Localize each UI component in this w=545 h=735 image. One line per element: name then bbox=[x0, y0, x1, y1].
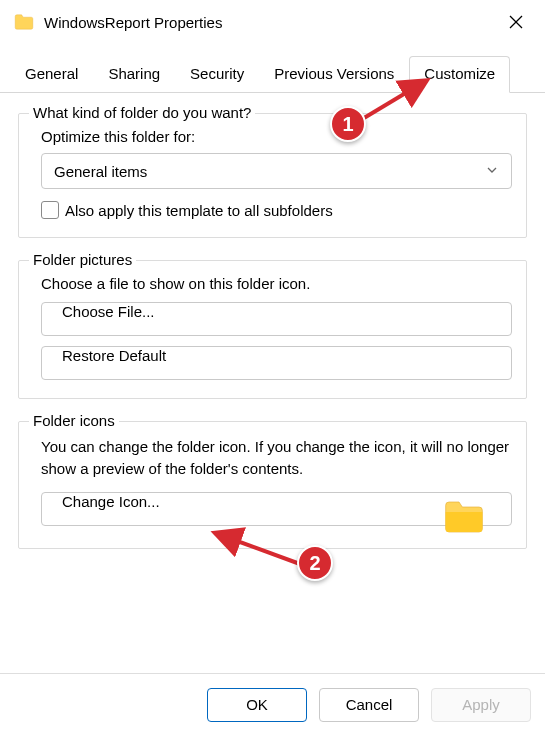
optimize-select-value: General items bbox=[54, 163, 147, 180]
cancel-button[interactable]: Cancel bbox=[319, 688, 419, 722]
group-folder-icons: Folder icons You can change the folder i… bbox=[18, 421, 527, 549]
tab-security[interactable]: Security bbox=[175, 56, 259, 92]
tab-strip: General Sharing Security Previous Versio… bbox=[0, 56, 545, 93]
apply-button: Apply bbox=[431, 688, 531, 722]
chevron-down-icon bbox=[485, 163, 499, 180]
apply-subfolders-checkbox[interactable] bbox=[41, 201, 59, 219]
folder-pictures-help: Choose a file to show on this folder ico… bbox=[33, 271, 512, 302]
window-title: WindowsReport Properties bbox=[44, 14, 222, 31]
optimize-select[interactable]: General items bbox=[41, 153, 512, 189]
group-folder-pictures: Folder pictures Choose a file to show on… bbox=[18, 260, 527, 399]
annotation-badge-1: 1 bbox=[330, 106, 366, 142]
close-button[interactable] bbox=[501, 7, 531, 37]
apply-subfolders-label: Also apply this template to all subfolde… bbox=[65, 202, 333, 219]
dialog-footer: OK Cancel Apply bbox=[0, 673, 545, 735]
group-folder-kind: What kind of folder do you want? Optimiz… bbox=[18, 113, 527, 238]
apply-subfolders-row[interactable]: Also apply this template to all subfolde… bbox=[33, 189, 512, 219]
optimize-label: Optimize this folder for: bbox=[33, 124, 512, 153]
group-folder-pictures-legend: Folder pictures bbox=[29, 251, 136, 268]
tab-sharing[interactable]: Sharing bbox=[93, 56, 175, 92]
group-folder-icons-legend: Folder icons bbox=[29, 412, 119, 429]
annotation-badge-2: 2 bbox=[297, 545, 333, 581]
group-folder-kind-legend: What kind of folder do you want? bbox=[29, 104, 255, 121]
folder-icon-preview bbox=[444, 500, 484, 534]
folder-icons-help: You can change the folder icon. If you c… bbox=[33, 432, 512, 492]
ok-button[interactable]: OK bbox=[207, 688, 307, 722]
tab-general[interactable]: General bbox=[10, 56, 93, 92]
tab-customize[interactable]: Customize bbox=[409, 56, 510, 93]
titlebar: WindowsReport Properties bbox=[0, 0, 545, 44]
folder-icon bbox=[14, 14, 34, 30]
tab-previous-versions[interactable]: Previous Versions bbox=[259, 56, 409, 92]
change-icon-button[interactable]: Change Icon... bbox=[41, 492, 512, 526]
restore-default-button[interactable]: Restore Default bbox=[41, 346, 512, 380]
tab-content: What kind of folder do you want? Optimiz… bbox=[0, 93, 545, 549]
choose-file-button[interactable]: Choose File... bbox=[41, 302, 512, 336]
